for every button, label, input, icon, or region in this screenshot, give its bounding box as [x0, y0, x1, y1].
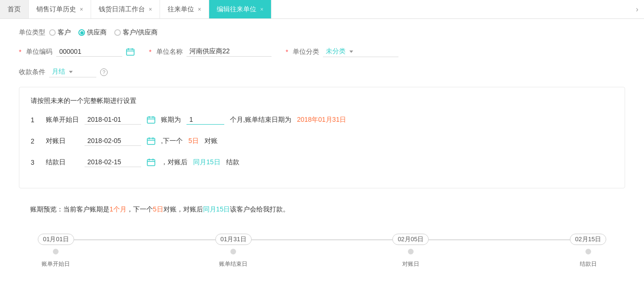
preview-highlight3: 同月15日 [203, 205, 230, 213]
row-2-desc2: 对账 [204, 137, 218, 145]
radio-supplier-circle [78, 29, 85, 36]
preview-suffix: 该客户会给我打款。 [230, 205, 289, 213]
timeline-date-3: 02月15日 [570, 234, 606, 245]
payment-terms-row: 收款条件 月结 ? [19, 67, 625, 77]
tab-partner-list-close[interactable]: × [198, 6, 201, 13]
preview-highlight2: 5日 [153, 205, 163, 213]
unit-category-arrow-icon [349, 51, 353, 53]
unit-category-field: * 单位分类 未分类 [286, 46, 398, 57]
timeline-node-1: 01月31日 账单结束日 [215, 234, 252, 268]
tab-edit-partner-close[interactable]: × [260, 6, 263, 13]
row-2-name: 对账日 [46, 137, 79, 145]
row-1-desc-suffix: 个月,账单结束日期为 [230, 116, 291, 124]
unit-type-label: 单位类型 [19, 28, 45, 37]
payment-terms-value: 月结 [52, 68, 65, 76]
row-1-end-date: 2018年01月31日 [297, 116, 346, 124]
row-3-desc1: ，对账后 [161, 158, 187, 167]
tab-partner-list[interactable]: 往来单位 × [160, 0, 209, 18]
reconcile-date-cal-icon[interactable] [147, 137, 155, 145]
start-date-cal-icon[interactable] [147, 116, 155, 124]
unit-category-value: 未分类 [326, 47, 346, 56]
unit-code-required: * [19, 48, 21, 56]
unit-code-label: 单位编码 [26, 48, 52, 56]
payment-terms-field: 收款条件 月结 ? [19, 67, 108, 77]
unit-code-icon[interactable] [126, 48, 135, 56]
timeline-nodes: 01月01日 账单开始日 01月31日 账单结束日 02月05日 对账日 02月… [38, 234, 606, 268]
row-3-name: 结款日 [46, 158, 79, 167]
unit-code-input[interactable] [56, 47, 122, 57]
payment-terms-label: 收款条件 [19, 68, 45, 76]
unit-name-field: * 单位名称 [149, 47, 271, 57]
row-1-name: 账单开始日 [46, 116, 79, 124]
panel-title: 请按照未来的一个完整帐期进行设置 [31, 97, 613, 105]
payment-terms-help-icon[interactable]: ? [100, 68, 108, 76]
preview-section: 账期预览：当前客户账期是1个月，下一个5日对账，对账后同月15日该客户会给我打款… [19, 198, 625, 221]
payment-terms-select[interactable]: 月结 [49, 67, 96, 77]
row-3-desc2: 结款 [226, 158, 239, 167]
payment-date-cal-icon[interactable] [147, 158, 155, 167]
tab-edit-partner-label: 编辑往来单位 [217, 5, 256, 14]
timeline-label-3: 结款日 [580, 260, 597, 268]
timeline-date-2: 02月05日 [392, 234, 429, 245]
unit-code-field: * 单位编码 [19, 47, 135, 57]
timeline-date-1: 01月31日 [215, 234, 252, 245]
timeline-node-0: 01月01日 账单开始日 [38, 234, 74, 268]
row-3-highlight1: 同月15日 [193, 158, 220, 167]
preview-middle2: 对账，对账后 [163, 205, 203, 213]
payment-date-input[interactable] [85, 157, 141, 167]
timeline-date-0: 01月01日 [38, 234, 74, 245]
unit-category-label: 单位分类 [293, 48, 319, 56]
radio-customer-circle [49, 29, 56, 36]
radio-customer-label: 客户 [58, 28, 71, 37]
radio-customer[interactable]: 客户 [49, 28, 71, 37]
tab-daily-clear[interactable]: 钱货日清工作台 × [91, 0, 160, 18]
timeline-node-2: 02月05日 对账日 [392, 234, 429, 268]
unit-type-row: 单位类型 客户 供应商 客户/供应商 [19, 28, 625, 37]
tab-daily-clear-label: 钱货日清工作台 [99, 5, 145, 14]
preview-middle1: ，下一个 [127, 205, 153, 213]
basic-info-row: * 单位编码 * 单位名称 * 单位分类 未分类 [19, 46, 625, 57]
radio-both[interactable]: 客户/供应商 [114, 28, 158, 37]
start-date-input[interactable] [85, 115, 141, 125]
timeline-node-3: 02月15日 结款日 [570, 234, 606, 268]
tab-daily-clear-close[interactable]: × [149, 6, 152, 13]
svg-rect-8 [147, 138, 155, 144]
main-content: 单位类型 客户 供应商 客户/供应商 * 单位编码 [0, 19, 644, 287]
setting-row-2: 2 对账日 ,下一个5日对账 [31, 136, 613, 146]
tab-sales-history-close[interactable]: × [80, 6, 83, 13]
month-input[interactable] [186, 115, 224, 125]
timeline-label-1: 账单结束日 [219, 260, 247, 268]
svg-rect-12 [147, 160, 155, 166]
reconcile-date-input[interactable] [85, 136, 141, 146]
preview-prefix: 账期预览：当前客户账期是 [30, 205, 110, 213]
tabs-scroll-right[interactable]: › [630, 0, 644, 18]
svg-rect-4 [147, 117, 155, 123]
tab-partner-list-label: 往来单位 [168, 5, 194, 14]
row-1-desc-prefix: 账期为 [161, 116, 181, 124]
timeline-label-2: 对账日 [402, 260, 419, 268]
timeline-label-0: 账单开始日 [42, 260, 70, 268]
unit-type-radio-group: 客户 供应商 客户/供应商 [49, 28, 158, 37]
row-2-num: 2 [31, 137, 40, 145]
row-2-highlight1: 5日 [188, 137, 199, 145]
setting-row-1: 1 账单开始日 账期为 个月,账单结束日期为 2018年01月31日 [31, 115, 613, 125]
radio-supplier[interactable]: 供应商 [78, 28, 107, 37]
row-3-num: 3 [31, 159, 40, 166]
unit-category-select[interactable]: 未分类 [323, 46, 398, 57]
timeline-circle-0 [53, 249, 59, 254]
radio-both-label: 客户/供应商 [123, 28, 158, 37]
tab-sales-history[interactable]: 销售订单历史 × [29, 0, 91, 18]
tab-sales-history-label: 销售订单历史 [36, 5, 76, 14]
unit-type-field: 单位类型 客户 供应商 客户/供应商 [19, 28, 158, 37]
unit-name-required: * [149, 48, 151, 56]
tab-edit-partner[interactable]: 编辑往来单位 × [209, 0, 271, 18]
settings-panel: 请按照未来的一个完整帐期进行设置 1 账单开始日 账期为 个月,账单结束日期为 … [19, 87, 625, 188]
unit-name-input[interactable] [186, 47, 271, 57]
setting-row-3: 3 结款日 ，对账后同月15日结款 [31, 157, 613, 167]
tab-home-label: 首页 [8, 5, 21, 14]
timeline: 01月01日 账单开始日 01月31日 账单结束日 02月05日 对账日 02月… [19, 229, 625, 282]
payment-terms-arrow-icon [69, 71, 73, 73]
svg-rect-0 [127, 49, 134, 55]
tab-home[interactable]: 首页 [0, 0, 29, 18]
timeline-circle-1 [230, 249, 236, 254]
